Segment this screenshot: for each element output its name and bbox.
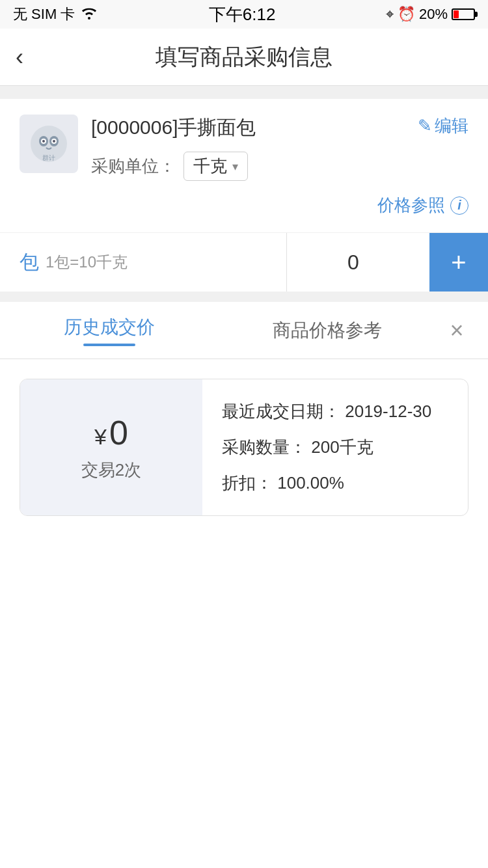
section-divider bbox=[0, 292, 488, 302]
carrier-text: 无 SIM 卡 bbox=[13, 5, 75, 24]
svg-point-6 bbox=[53, 140, 55, 142]
price-value: ¥ 0 bbox=[94, 413, 128, 452]
svg-text:群计: 群计 bbox=[42, 154, 55, 161]
product-header: 群计 [0000006]手撕面包 采购单位： 千克 ▾ ✎ 编辑 bbox=[20, 115, 468, 181]
price-card-area: ¥ 0 交易2次 最近成交日期： 2019-12-30 采购数量： 200千克 … bbox=[0, 359, 488, 536]
price-ref-button[interactable]: 价格参照 i bbox=[377, 194, 468, 217]
unit-selector[interactable]: 千克 ▾ bbox=[183, 152, 248, 181]
product-name: [0000006]手撕面包 bbox=[91, 115, 418, 141]
quantity-row: 包 1包=10千克 + bbox=[0, 233, 488, 292]
price-summary: ¥ 0 交易2次 bbox=[20, 379, 202, 515]
price-ref-label: 价格参照 bbox=[377, 194, 445, 217]
recent-date-value: 2019-12-30 bbox=[345, 401, 431, 421]
edit-icon: ✎ bbox=[418, 116, 432, 136]
status-left: 无 SIM 卡 bbox=[13, 5, 98, 24]
purchase-quantity-label: 采购数量： bbox=[222, 437, 306, 457]
tab-reference-label: 商品价格参考 bbox=[273, 318, 382, 343]
tab-active-indicator bbox=[83, 344, 135, 346]
unit-badge: 包 bbox=[20, 249, 39, 276]
transaction-count: 交易2次 bbox=[81, 459, 141, 481]
price-details: 最近成交日期： 2019-12-30 采购数量： 200千克 折扣： 100.0… bbox=[202, 379, 468, 515]
tab-price-reference[interactable]: 商品价格参考 bbox=[218, 302, 436, 359]
purchase-quantity-value: 200千克 bbox=[311, 437, 373, 457]
product-info: 群计 [0000006]手撕面包 采购单位： 千克 ▾ bbox=[20, 115, 418, 181]
status-time: 下午6:12 bbox=[209, 3, 276, 26]
product-thumbnail: 群计 bbox=[20, 115, 78, 173]
info-icon[interactable]: i bbox=[450, 197, 468, 215]
edit-button[interactable]: ✎ 编辑 bbox=[418, 115, 468, 137]
quantity-plus-button[interactable]: + bbox=[429, 233, 488, 292]
svg-point-5 bbox=[42, 140, 45, 142]
battery-icon bbox=[452, 8, 475, 20]
recent-date-label: 最近成交日期： bbox=[222, 401, 340, 421]
bottom-area bbox=[0, 536, 488, 868]
back-button[interactable]: ‹ bbox=[16, 44, 23, 71]
discount-value: 100.00% bbox=[277, 473, 344, 493]
close-button[interactable]: × bbox=[436, 317, 488, 344]
tab-bar: 历史成交价 商品价格参考 × bbox=[0, 302, 488, 359]
recent-date-row: 最近成交日期： 2019-12-30 bbox=[222, 399, 448, 424]
tab-history-label: 历史成交价 bbox=[64, 315, 155, 340]
location-icon: ⌖ bbox=[386, 6, 394, 23]
unit-value: 千克 bbox=[193, 155, 227, 178]
page-title: 填写商品采购信息 bbox=[156, 42, 332, 72]
purchase-quantity-row: 采购数量： 200千克 bbox=[222, 435, 448, 460]
nav-bar: ‹ 填写商品采购信息 bbox=[0, 29, 488, 86]
wifi-icon bbox=[80, 5, 98, 23]
purchase-unit-label: 采购单位： bbox=[91, 155, 176, 178]
quantity-label-area: 包 1包=10千克 bbox=[0, 249, 286, 276]
alarm-icon: ⏰ bbox=[398, 6, 415, 23]
product-details: [0000006]手撕面包 采购单位： 千克 ▾ bbox=[91, 115, 418, 181]
discount-row: 折扣： 100.00% bbox=[222, 470, 448, 496]
status-right: ⌖ ⏰ 20% bbox=[386, 6, 475, 23]
status-bar: 无 SIM 卡 下午6:12 ⌖ ⏰ 20% bbox=[0, 0, 488, 29]
battery-percent: 20% bbox=[419, 6, 448, 23]
price-card: ¥ 0 交易2次 最近成交日期： 2019-12-30 采购数量： 200千克 … bbox=[20, 379, 468, 516]
unit-conversion: 1包=10千克 bbox=[46, 252, 128, 273]
discount-label: 折扣： bbox=[222, 473, 273, 493]
price-currency: ¥ bbox=[94, 424, 107, 450]
battery-fill bbox=[454, 10, 459, 18]
product-card: 群计 [0000006]手撕面包 采购单位： 千克 ▾ ✎ 编辑 价格参照 bbox=[0, 99, 488, 232]
product-logo-icon: 群计 bbox=[29, 124, 68, 163]
quantity-input[interactable] bbox=[286, 233, 429, 292]
edit-label: 编辑 bbox=[435, 115, 468, 137]
tab-history-price[interactable]: 历史成交价 bbox=[0, 302, 218, 359]
quantity-section: 包 1包=10千克 + bbox=[0, 233, 488, 292]
purchase-unit-row: 采购单位： 千克 ▾ bbox=[91, 152, 418, 181]
chevron-down-icon: ▾ bbox=[232, 159, 238, 174]
price-ref-row: 价格参照 i bbox=[20, 194, 468, 217]
price-amount: 0 bbox=[109, 413, 128, 452]
